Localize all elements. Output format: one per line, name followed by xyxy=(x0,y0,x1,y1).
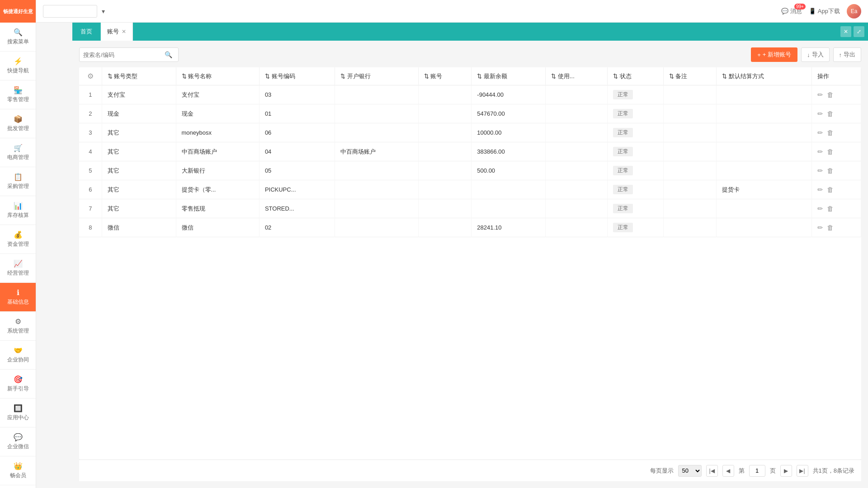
sidebar-item-operations[interactable]: 📈 经营管理 xyxy=(0,254,36,283)
toolbar-right: + + 新增账号 ↓ 导入 ↑ 导出 xyxy=(751,47,861,62)
sidebar-item-retail[interactable]: 🏪 零售管理 xyxy=(0,80,36,109)
col-bank[interactable]: ⇅ 开户银行 xyxy=(335,67,418,85)
cell-status: 正常 xyxy=(608,142,664,161)
tab-accounts-label: 账号 xyxy=(107,28,119,36)
sidebar-item-finance[interactable]: 💰 资金管理 xyxy=(0,225,36,254)
sidebar-item-search[interactable]: 🔍 搜索菜单 xyxy=(0,23,36,52)
sidebar-item-system[interactable]: ⚙ 系统管理 xyxy=(0,312,36,341)
page-size-select[interactable]: 50 100 200 xyxy=(678,465,702,477)
topbar-search-input[interactable] xyxy=(43,5,97,18)
page-toolbar: 🔍 + + 新增账号 ↓ 导入 ↑ 导出 xyxy=(79,47,861,62)
sidebar-item-wholesale[interactable]: 📦 批发管理 xyxy=(0,109,36,138)
status-badge: 正常 xyxy=(613,185,633,194)
user-avatar[interactable]: Ea xyxy=(847,4,861,19)
add-account-button[interactable]: + + 新增账号 xyxy=(751,47,797,62)
logo-text: 畅捷通好生意 xyxy=(3,8,33,14)
first-page-button[interactable]: |◀ xyxy=(706,465,718,477)
cell-remark xyxy=(663,104,716,123)
app-logo: 畅捷通好生意 xyxy=(0,0,36,23)
gear-icon[interactable]: ⚙ xyxy=(87,72,94,80)
cell-no: 7 xyxy=(79,199,102,218)
cell-actions: ✏ 🗑 xyxy=(811,123,861,142)
delete-button[interactable]: 🗑 xyxy=(827,205,834,213)
delete-button[interactable]: 🗑 xyxy=(827,110,834,118)
tab-close-all-button[interactable]: ✕ xyxy=(840,26,851,37)
message-button[interactable]: 💬 消息 99+ xyxy=(781,7,802,15)
cell-bank xyxy=(335,218,418,237)
col-remark[interactable]: ⇅ 备注 xyxy=(663,67,716,85)
last-page-button[interactable]: ▶| xyxy=(797,465,808,477)
cell-actions: ✏ 🗑 xyxy=(811,199,861,218)
col-name[interactable]: ⇅ 账号名称 xyxy=(176,67,259,85)
app-download-button[interactable]: 📱 App下载 xyxy=(809,7,840,15)
sidebar-item-membership[interactable]: 👑 畅会员 xyxy=(0,456,36,485)
cell-usage xyxy=(546,180,608,199)
edit-button[interactable]: ✏ xyxy=(817,186,823,194)
col-account[interactable]: ⇅ 账号 xyxy=(418,67,471,85)
table-row: 4 其它 中百商场账户 04 中百商场账户 383866.00 正常 ✏ 🗑 xyxy=(79,142,861,161)
status-badge: 正常 xyxy=(613,109,633,118)
col-code[interactable]: ⇅ 账号编码 xyxy=(259,67,335,85)
sidebar-item-app-center[interactable]: 🔲 应用中心 xyxy=(0,399,36,427)
edit-button[interactable]: ✏ xyxy=(817,224,823,232)
col-gear[interactable]: ⚙ xyxy=(79,67,102,85)
cell-balance xyxy=(472,199,546,218)
sidebar-item-basic-info[interactable]: ℹ 基础信息 xyxy=(0,283,36,312)
status-badge: 正常 xyxy=(613,90,633,99)
page-label-2: 页 xyxy=(770,467,776,475)
sidebar-item-ecommerce[interactable]: 🛒 电商管理 xyxy=(0,138,36,167)
page-number-input[interactable] xyxy=(749,465,765,477)
topbar-dropdown-arrow[interactable]: ▾ xyxy=(102,8,105,15)
sidebar-item-label: 经营管理 xyxy=(2,269,33,277)
edit-button[interactable]: ✏ xyxy=(817,167,823,175)
cell-bank xyxy=(335,180,418,199)
edit-button[interactable]: ✏ xyxy=(817,129,823,137)
cell-no: 8 xyxy=(79,218,102,237)
message-badge: 99+ xyxy=(794,4,806,9)
sidebar: 畅捷通好生意 🔍 搜索菜单 ⚡ 快捷导航 🏪 零售管理 📦 批发管理 🛒 电商管… xyxy=(0,0,36,488)
edit-button[interactable]: ✏ xyxy=(817,205,823,213)
delete-button[interactable]: 🗑 xyxy=(827,148,834,156)
cell-remark xyxy=(663,218,716,237)
basic-info-icon: ℹ xyxy=(2,288,33,297)
export-button[interactable]: ↑ 导出 xyxy=(833,47,862,62)
col-status[interactable]: ⇅ 状态 xyxy=(608,67,664,85)
tab-expand-button[interactable]: ⤢ xyxy=(854,26,864,37)
cell-account xyxy=(418,123,471,142)
sidebar-item-cooperation[interactable]: 🤝 企业协同 xyxy=(0,341,36,370)
delete-button[interactable]: 🗑 xyxy=(827,186,834,194)
col-usage[interactable]: ⇅ 使用... xyxy=(546,67,608,85)
account-search-input[interactable] xyxy=(83,52,165,58)
delete-button[interactable]: 🗑 xyxy=(827,167,834,175)
delete-button[interactable]: 🗑 xyxy=(827,91,834,99)
sidebar-item-label: 畅会员 xyxy=(2,472,33,479)
col-type[interactable]: ⇅ 账号类型 xyxy=(102,67,176,85)
page-label: 第 xyxy=(739,467,745,475)
next-page-button[interactable]: ▶ xyxy=(780,465,792,477)
search-box: 🔍 xyxy=(79,47,179,62)
col-balance[interactable]: ⇅ 最新余额 xyxy=(472,67,546,85)
sidebar-item-enterprise-wechat[interactable]: 💬 企业微信 xyxy=(0,427,36,456)
tab-accounts[interactable]: 账号 ✕ xyxy=(101,23,133,41)
edit-button[interactable]: ✏ xyxy=(817,110,823,118)
cell-no: 2 xyxy=(79,104,102,123)
edit-button[interactable]: ✏ xyxy=(817,91,823,99)
import-button[interactable]: ↓ 导入 xyxy=(801,47,830,62)
col-default-settle[interactable]: ⇅ 默认结算方式 xyxy=(717,67,812,85)
sidebar-item-guide[interactable]: 🎯 新手引导 xyxy=(0,370,36,399)
delete-button[interactable]: 🗑 xyxy=(827,129,834,137)
edit-button[interactable]: ✏ xyxy=(817,148,823,156)
sidebar-item-inventory[interactable]: 📊 库存核算 xyxy=(0,196,36,225)
cell-actions: ✏ 🗑 xyxy=(811,180,861,199)
prev-page-button[interactable]: ◀ xyxy=(722,465,734,477)
sidebar-item-purchase[interactable]: 📋 采购管理 xyxy=(0,167,36,196)
sidebar-item-quick[interactable]: ⚡ 快捷导航 xyxy=(0,52,36,80)
tab-close-icon[interactable]: ✕ xyxy=(122,28,126,35)
delete-button[interactable]: 🗑 xyxy=(827,224,834,232)
cell-code: 06 xyxy=(259,123,335,142)
cell-status: 正常 xyxy=(608,161,664,180)
tab-home[interactable]: 首页 xyxy=(72,23,101,41)
cell-type: 支付宝 xyxy=(102,85,176,104)
search-icon[interactable]: 🔍 xyxy=(165,51,172,58)
sidebar-item-label: 基础信息 xyxy=(2,298,33,306)
